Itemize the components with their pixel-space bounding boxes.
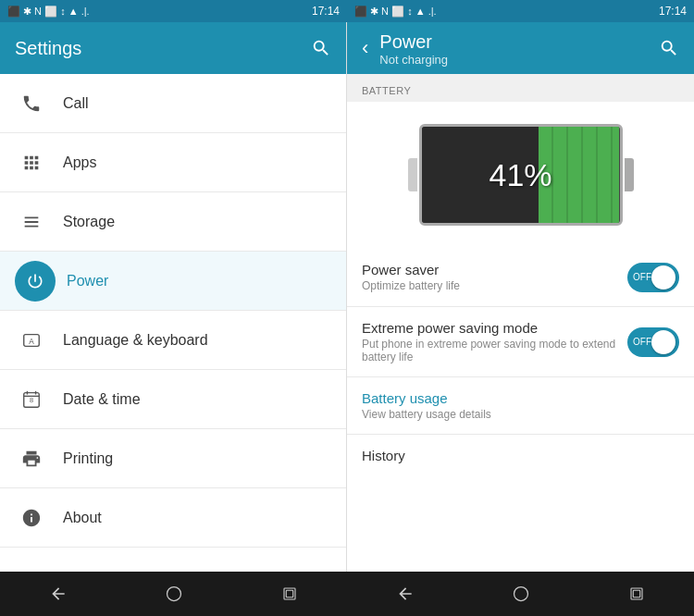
sidebar-item-about[interactable]: About bbox=[0, 488, 346, 548]
right-status-bar: ⬛ ✱ N ⬜ ↕ ▲ .|. 17:14 bbox=[347, 0, 694, 22]
power-panel: ‹ Power Not charging BATTERY bbox=[347, 22, 694, 572]
battery-percentage: 41% bbox=[489, 157, 551, 193]
battery-section-header: BATTERY bbox=[347, 74, 694, 102]
power-header-info: Power Not charging bbox=[376, 31, 651, 67]
battery-section-label: BATTERY bbox=[362, 85, 411, 96]
apps-icon bbox=[15, 146, 48, 179]
power-icon bbox=[15, 261, 56, 302]
extreme-power-toggle[interactable]: OFF bbox=[627, 327, 679, 357]
extreme-power-desc: Put phone in extreme power saving mode t… bbox=[362, 338, 627, 363]
power-saver-title: Power saver bbox=[362, 262, 627, 277]
datetime-label: Date & time bbox=[63, 391, 141, 408]
about-icon bbox=[15, 501, 48, 535]
extreme-power-title: Extreme power saving mode bbox=[362, 320, 627, 336]
battery-terminal bbox=[408, 158, 417, 191]
printing-icon bbox=[15, 442, 48, 475]
extreme-power-option: Extreme power saving mode Put phone in e… bbox=[347, 307, 694, 377]
svg-text:A: A bbox=[29, 337, 34, 345]
right-recents-button[interactable] bbox=[616, 573, 657, 614]
printing-label: Printing bbox=[63, 450, 113, 467]
power-saver-option: Power saver Optimize battery life OFF bbox=[347, 248, 694, 307]
svg-point-10 bbox=[514, 587, 527, 601]
sidebar-item-storage[interactable]: Storage bbox=[0, 192, 346, 252]
storage-label: Storage bbox=[63, 214, 115, 230]
apps-label: Apps bbox=[63, 154, 96, 171]
right-home-button[interactable] bbox=[501, 573, 541, 614]
battery-graphic: 41% bbox=[419, 124, 623, 226]
battery-visual-container: 41% bbox=[347, 102, 694, 248]
sidebar-item-call[interactable]: Call bbox=[0, 74, 346, 133]
power-header: ‹ Power Not charging bbox=[347, 22, 694, 74]
storage-icon bbox=[15, 205, 48, 239]
about-label: About bbox=[63, 510, 102, 526]
power-saver-toggle-knob bbox=[651, 265, 675, 290]
phone-icon bbox=[15, 87, 48, 120]
power-search-icon[interactable] bbox=[651, 31, 687, 66]
left-home-button[interactable] bbox=[154, 573, 194, 614]
svg-rect-9 bbox=[286, 590, 293, 598]
left-back-button[interactable] bbox=[38, 573, 79, 614]
history-title: History bbox=[362, 448, 679, 463]
back-button[interactable]: ‹ bbox=[354, 29, 376, 68]
datetime-icon: 8 bbox=[15, 383, 48, 416]
battery-body: 41% bbox=[419, 124, 623, 226]
extreme-power-toggle-label: OFF bbox=[633, 337, 651, 347]
sidebar-item-power[interactable]: Power bbox=[0, 252, 346, 311]
right-nav-bar bbox=[347, 572, 694, 616]
settings-title: Settings bbox=[15, 38, 311, 59]
power-title: Power bbox=[379, 31, 651, 53]
language-icon: A bbox=[15, 324, 48, 357]
right-status-icons: ⬛ ✱ N ⬜ ↕ ▲ .|. bbox=[354, 6, 437, 18]
svg-point-7 bbox=[167, 587, 180, 601]
sidebar-item-language[interactable]: A Language & keyboard bbox=[0, 311, 346, 370]
battery-usage-title: Battery usage bbox=[362, 390, 679, 406]
right-status-time: 17:14 bbox=[659, 5, 687, 18]
power-saver-toggle-label: OFF bbox=[633, 272, 651, 282]
power-saver-toggle[interactable]: OFF bbox=[627, 263, 679, 292]
svg-text:8: 8 bbox=[30, 395, 33, 403]
call-label: Call bbox=[63, 95, 89, 112]
battery-tip bbox=[625, 158, 634, 191]
sidebar-item-printing[interactable]: Printing bbox=[0, 429, 346, 488]
power-label: Power bbox=[67, 273, 108, 290]
power-saver-text: Power saver Optimize battery life bbox=[362, 262, 627, 292]
settings-search-icon[interactable] bbox=[311, 38, 331, 58]
settings-panel: Settings Call bbox=[0, 22, 347, 572]
extreme-power-text: Extreme power saving mode Put phone in e… bbox=[362, 320, 627, 363]
sidebar-item-datetime[interactable]: 8 Date & time bbox=[0, 370, 346, 429]
svg-rect-12 bbox=[633, 590, 640, 598]
not-charging-status: Not charging bbox=[379, 53, 651, 67]
battery-usage-option[interactable]: Battery usage View battery usage details bbox=[347, 377, 694, 435]
settings-list: Call Apps Storage bbox=[0, 74, 346, 572]
left-recents-button[interactable] bbox=[269, 573, 310, 614]
settings-header: Settings bbox=[0, 22, 346, 74]
left-status-time: 17:14 bbox=[312, 5, 340, 18]
power-saver-desc: Optimize battery life bbox=[362, 279, 627, 292]
left-status-bar: ⬛ ✱ N ⬜ ↕ ▲ .|. 17:14 bbox=[0, 0, 347, 22]
right-back-button[interactable] bbox=[385, 573, 426, 614]
sidebar-item-apps[interactable]: Apps bbox=[0, 133, 346, 192]
history-option[interactable]: History bbox=[347, 435, 694, 476]
language-label: Language & keyboard bbox=[63, 332, 208, 349]
nav-bars bbox=[0, 572, 694, 616]
extreme-power-toggle-knob bbox=[651, 330, 675, 354]
left-status-icons: ⬛ ✱ N ⬜ ↕ ▲ .|. bbox=[7, 6, 90, 18]
battery-usage-desc: View battery usage details bbox=[362, 408, 679, 421]
left-nav-bar bbox=[0, 572, 347, 616]
